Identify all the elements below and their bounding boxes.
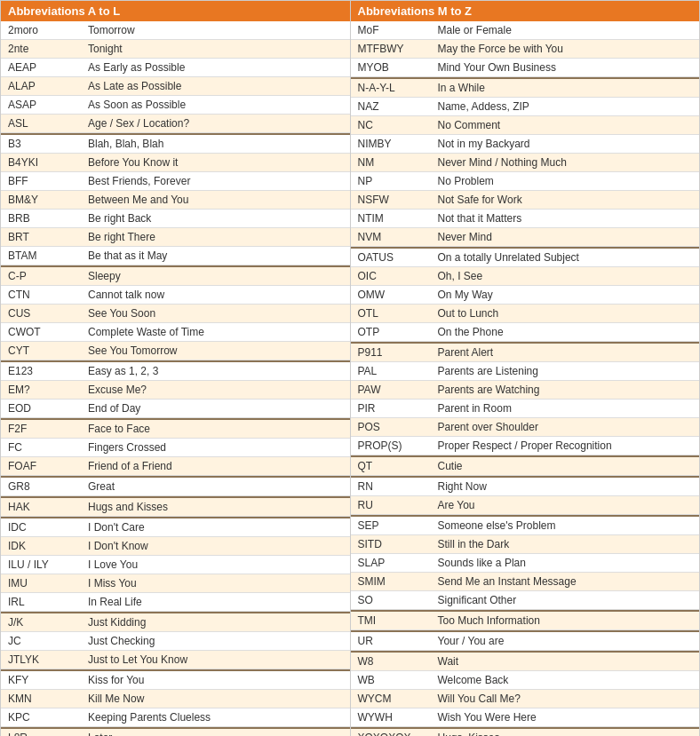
meaning-cell: Out to Lunch [431, 305, 700, 322]
table-row: NTIMNot that it Matters [351, 210, 700, 228]
meaning-cell: Male or Female [431, 21, 700, 39]
table-row: L8RLater [1, 729, 350, 736]
abbreviation-cell: E123 [1, 362, 81, 380]
table-row: KFYKiss for You [1, 671, 350, 690]
abbreviation-cell: N-A-Y-L [351, 79, 431, 97]
meaning-cell: Later [81, 729, 350, 736]
table-row: PROP(S)Proper Respect / Proper Recogniti… [351, 437, 700, 455]
abbreviation-cell: HAK [1, 498, 81, 516]
abbreviation-cell: CTN [1, 286, 81, 304]
table-row: BFFBest Friends, Forever [1, 172, 350, 191]
table-row: BRTBe right There [1, 228, 350, 247]
table-row: CYTSee You Tomorrow [1, 342, 350, 360]
meaning-cell: I Don't Know [81, 537, 350, 555]
abbreviation-cell: FC [1, 439, 81, 456]
meaning-cell: Be right There [81, 228, 350, 246]
meaning-cell: Fingers Crossed [81, 439, 350, 456]
abbreviation-cell: SLAP [351, 554, 431, 572]
meaning-cell: Name, Addess, ZIP [431, 98, 700, 115]
meaning-cell: Just to Let You Know [81, 651, 350, 669]
meaning-cell: Parent in Room [431, 400, 700, 417]
abbreviation-cell: IMU [1, 574, 81, 592]
meaning-cell: Right Now [431, 478, 700, 495]
table-row: RNRight Now [351, 478, 700, 496]
table-row: NCNo Comment [351, 116, 700, 135]
meaning-cell: I Love You [81, 556, 350, 574]
table-row: IMUI Miss You [1, 574, 350, 593]
meaning-cell: Never Mind / Nothing Much [431, 154, 700, 171]
abbreviation-cell: NIMBY [351, 135, 431, 153]
abbreviation-cell: PIR [351, 400, 431, 417]
table-row: XOXOXOXHugs, Kisses, ... [351, 729, 700, 736]
meaning-cell: Just Checking [81, 632, 350, 650]
table-row: WBWelcome Back [351, 671, 700, 690]
abbreviation-cell: ILU / ILY [1, 556, 81, 574]
table-row: FCFingers Crossed [1, 439, 350, 457]
meaning-cell: Parent Alert [431, 344, 700, 361]
meaning-cell: See You Soon [81, 305, 350, 322]
abbreviation-cell: BRT [1, 228, 81, 246]
meaning-cell: Never Mind [431, 228, 700, 246]
meaning-cell: Best Friends, Forever [81, 172, 350, 190]
abbreviation-cell: IRL [1, 593, 81, 611]
table-row: IRLIn Real Life [1, 593, 350, 612]
meaning-cell: Parent over Shoulder [431, 418, 700, 436]
abbreviation-cell: WYCM [351, 690, 431, 708]
table-row: URYour / You are [351, 632, 700, 651]
table-row: QTCutie [351, 457, 700, 476]
meaning-cell: Be that as it May [81, 247, 350, 265]
table-row: POSParent over Shoulder [351, 418, 700, 437]
abbreviation-cell: WYWH [351, 708, 431, 726]
abbreviation-cell: 2nte [1, 40, 81, 58]
abbreviation-cell: SITD [351, 535, 431, 553]
abbreviation-cell: GR8 [1, 478, 81, 495]
table-row: NVMNever Mind [351, 228, 700, 247]
table-row: C-PSleepy [1, 267, 350, 286]
abbreviation-cell: TMI [351, 612, 431, 629]
abbreviation-cell: BTAM [1, 247, 81, 265]
abbreviation-cell: JC [1, 632, 81, 650]
table-row: F2FFace to Face [1, 420, 350, 439]
abbreviation-cell: B4YKI [1, 154, 81, 171]
table-row: ILU / ILYI Love You [1, 556, 350, 574]
table-row: W8Wait [351, 653, 700, 671]
meaning-cell: Cannot talk now [81, 286, 350, 304]
main-container: Abbreviations A to L 2moroTomorrow2nteTo… [0, 0, 700, 736]
abbreviation-cell: PROP(S) [351, 437, 431, 455]
table-row: OTPOn the Phone [351, 323, 700, 342]
table-row: SMIMSend Me an Instant Message [351, 573, 700, 591]
table-row: RUAre You [351, 496, 700, 515]
table-row: CWOTComplete Waste of Time [1, 323, 350, 342]
abbreviation-cell: OTP [351, 323, 431, 341]
abbreviation-cell: 2moro [1, 21, 81, 39]
abbreviation-cell: AEAP [1, 59, 81, 76]
meaning-cell: Hugs and Kisses [81, 498, 350, 516]
table-row: MoFMale or Female [351, 21, 700, 40]
abbreviation-cell: BRB [1, 210, 81, 227]
abbreviation-cell: WB [351, 671, 431, 689]
meaning-cell: Keeping Parents Clueless [81, 708, 350, 726]
meaning-cell: I Miss You [81, 574, 350, 592]
table-row: JTLYKJust to Let You Know [1, 651, 350, 669]
meaning-cell: Excuse Me? [81, 381, 350, 399]
table-row: PAWParents are Watching [351, 381, 700, 400]
meaning-cell: Your / You are [431, 632, 700, 650]
table-row: CUSSee You Soon [1, 305, 350, 323]
meaning-cell: Send Me an Instant Message [431, 573, 700, 590]
table-row: SITDStill in the Dark [351, 535, 700, 554]
abbreviation-cell: SO [351, 591, 431, 609]
meaning-cell: Wait [431, 653, 700, 670]
abbreviation-cell: NVM [351, 228, 431, 246]
abbreviation-cell: KPC [1, 708, 81, 726]
abbreviation-cell: NAZ [351, 98, 431, 115]
meaning-cell: In a While [431, 79, 700, 97]
table-row: ASLAge / Sex / Location? [1, 115, 350, 133]
meaning-cell: Between Me and You [81, 191, 350, 209]
table-row: BM&YBetween Me and You [1, 191, 350, 210]
abbreviation-cell: ASL [1, 115, 81, 132]
meaning-cell: Parents are Watching [431, 381, 700, 399]
meaning-cell: Cutie [431, 457, 700, 475]
table-row: NSFWNot Safe for Work [351, 191, 700, 210]
table-row: 2nteTonight [1, 40, 350, 59]
table-row: TMIToo Much Information [351, 612, 700, 630]
